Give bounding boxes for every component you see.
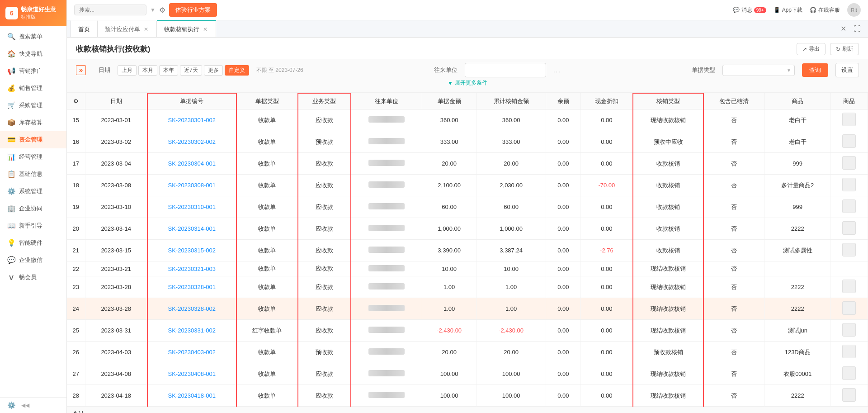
bill-type-select[interactable] (722, 65, 795, 76)
notification-btn[interactable]: 💬 消息 99+ (733, 6, 766, 14)
expand-more-btn[interactable]: ▼ 展开更多条件 (448, 79, 487, 87)
more-filters-btn[interactable]: ... (553, 67, 561, 74)
online-service-btn[interactable]: 🎧 在线客服 (810, 6, 840, 14)
sidebar-item-operation[interactable]: 📊 经营管理 (0, 148, 66, 166)
query-btn[interactable]: 查询 (802, 63, 828, 77)
cell-id: 28 (67, 385, 85, 407)
bill-no-link[interactable]: SK-20230314-001 (168, 225, 216, 232)
sidebar-item-search[interactable]: 🔍 搜索菜单 (0, 28, 66, 45)
tab-close-btn[interactable]: ✕ (837, 23, 850, 35)
table-row[interactable]: 25 2023-03-31 SK-20230331-002 红字收款单 应收款 … (67, 320, 868, 342)
avatar[interactable]: Rit (847, 3, 861, 17)
col-writeoff-type[interactable]: 核销类型 (633, 93, 703, 109)
sidebar-item-inventory[interactable]: 📦 库存核算 (0, 114, 66, 131)
search-input[interactable] (74, 5, 146, 15)
tab-prepay-close[interactable]: ✕ (143, 25, 149, 33)
column-settings-icon[interactable]: ⚙ (73, 98, 79, 104)
app-download-btn[interactable]: 📱 App下载 (774, 6, 802, 14)
sidebar-item-wechat[interactable]: 💬 企业微信 (0, 252, 66, 269)
cell-date: 2023-03-31 (85, 320, 147, 342)
sidebar-item-shortcut[interactable]: 🏠 快捷导航 (0, 45, 66, 62)
date-btn-more[interactable]: 更多 (204, 65, 223, 76)
table-row[interactable]: 22 2023-03-21 SK-20230321-003 收款单 应收款 10… (67, 261, 868, 276)
tab-fullscreen-btn[interactable]: ⛶ (850, 23, 864, 35)
date-range-display: 不限 至 2023-07-26 (256, 66, 303, 74)
table-row[interactable]: 24 2023-03-28 SK-20230328-002 收款单 应收款 1.… (67, 298, 868, 320)
col-bill-no[interactable]: 单据编号 (147, 93, 236, 109)
date-btn-this-month[interactable]: 本月 (138, 65, 157, 76)
bill-no-link[interactable]: SK-20230301-002 (168, 117, 216, 123)
col-bill-type[interactable]: 单据类型 (236, 93, 298, 109)
bill-no-link[interactable]: SK-20230328-001 (168, 284, 216, 290)
bill-no-link[interactable]: SK-20230304-001 (168, 160, 216, 167)
col-balance[interactable]: 余额 (546, 93, 580, 109)
industry-btn[interactable]: 体验行业方案 (169, 3, 217, 17)
bill-no-link[interactable]: SK-20230308-001 (168, 182, 216, 189)
table-row[interactable]: 21 2023-03-15 SK-20230315-002 收款单 应收款 3,… (67, 240, 868, 261)
table-row[interactable]: 27 2023-04-08 SK-20230408-001 收款单 应收款 10… (67, 363, 868, 385)
col-amount[interactable]: 单据金额 (422, 93, 476, 109)
sidebar-item-member[interactable]: V 畅会员 (0, 269, 66, 286)
tab-home[interactable]: 首页 (71, 20, 98, 37)
tab-receipt-close[interactable]: ✕ (202, 25, 208, 33)
sidebar-item-sales[interactable]: 💰 销售管理 (0, 80, 66, 97)
cell-include-cleared: 否 (703, 109, 765, 131)
col-writeoff[interactable]: 累计核销金额 (476, 93, 546, 109)
cell-biz-type: 应收款 (298, 175, 351, 196)
table-row[interactable]: 15 2023-03-01 SK-20230301-002 收款单 应收款 36… (67, 109, 868, 131)
bill-no-link[interactable]: SK-20230302-002 (168, 138, 216, 145)
sidebar-item-guide[interactable]: 📖 新手引导 (0, 217, 66, 234)
bill-no-link[interactable]: SK-20230315-002 (168, 247, 216, 254)
bill-no-link[interactable]: SK-20230408-001 (168, 370, 216, 377)
bill-no-link[interactable]: SK-20230328-002 (168, 305, 216, 312)
table-row[interactable]: 16 2023-03-02 SK-20230302-002 收款单 预收款 33… (67, 131, 868, 153)
refresh-btn[interactable]: ↻ 刷新 (830, 43, 859, 55)
col-date[interactable]: 日期 (85, 93, 147, 109)
bill-no-link[interactable]: SK-20230403-002 (168, 349, 216, 356)
sidebar-item-basic[interactable]: 📋 基础信息 (0, 166, 66, 183)
table-row[interactable]: 23 2023-03-28 SK-20230328-001 收款单 应收款 1.… (67, 276, 868, 298)
col-biz-type[interactable]: 业务类型 (298, 93, 351, 109)
settings-gear-icon[interactable]: ⚙ (159, 6, 165, 14)
sidebar-item-finance[interactable]: 💳 资金管理 (0, 131, 66, 148)
footer-label: 合计 (67, 407, 868, 413)
date-btn-custom[interactable]: 自定义 (225, 65, 249, 76)
settings-btn[interactable]: 设置 (835, 63, 859, 77)
export-btn[interactable]: ↗ 导出 (797, 43, 826, 55)
collapse-icon[interactable]: ◀◀ (21, 402, 29, 408)
sidebar-item-marketing[interactable]: 📢 营销推广 (0, 62, 66, 80)
bill-no-link[interactable]: SK-20230321-003 (168, 266, 216, 272)
tab-receipt[interactable]: 收款核销执行 ✕ (157, 20, 216, 37)
date-btn-7days[interactable]: 近7天 (180, 65, 202, 76)
sidebar-item-enterprise[interactable]: 🏢 企业协同 (0, 200, 66, 217)
cell-biz-type: 应收款 (298, 320, 351, 342)
tab-prepay[interactable]: 预计应应付单 ✕ (98, 20, 157, 37)
settings-icon[interactable]: ⚙️ (7, 401, 16, 409)
bill-no-link[interactable]: SK-20230418-001 (168, 392, 216, 399)
cell-writeoff: -2,430.00 (476, 320, 546, 342)
table-row[interactable]: 17 2023-03-04 SK-20230304-001 收款单 应收款 20… (67, 153, 868, 175)
bill-no-link[interactable]: SK-20230331-002 (168, 327, 216, 334)
partner-input[interactable] (465, 63, 546, 77)
table-row[interactable]: 20 2023-03-14 SK-20230314-001 收款单 应收款 1,… (67, 218, 868, 240)
table-row[interactable]: 19 2023-03-10 SK-20230310-001 收款单 应收款 60… (67, 196, 868, 218)
date-btn-this-year[interactable]: 本年 (159, 65, 178, 76)
table-row[interactable]: 28 2023-04-18 SK-20230418-001 收款单 应收款 10… (67, 385, 868, 407)
bill-no-link[interactable]: SK-20230310-001 (168, 204, 216, 210)
sidebar-item-hardware[interactable]: 💡 智能硬件 (0, 234, 66, 252)
table-row[interactable]: 26 2023-04-03 SK-20230403-002 收款单 预收款 20… (67, 342, 868, 363)
table-row[interactable]: 18 2023-03-08 SK-20230308-001 收款单 应收款 2,… (67, 175, 868, 196)
col-product-thumb[interactable]: 商品 (830, 93, 868, 109)
sidebar-item-system[interactable]: ⚙️ 系统管理 (0, 183, 66, 200)
cell-biz-type: 预收款 (298, 342, 351, 363)
col-partner[interactable]: 往来单位 (351, 93, 422, 109)
sidebar-item-purchase[interactable]: 🛒 采购管理 (0, 97, 66, 114)
cell-balance: 0.00 (546, 342, 580, 363)
export-icon: ↗ (802, 46, 807, 52)
filter-toggle-btn[interactable]: » (76, 65, 86, 75)
col-discount[interactable]: 现金折扣 (580, 93, 633, 109)
date-btn-last-month[interactable]: 上月 (118, 65, 137, 76)
col-product[interactable]: 商品 (764, 93, 830, 109)
col-settings[interactable]: ⚙ (67, 93, 85, 109)
col-include-cleared[interactable]: 包含已结清 (703, 93, 765, 109)
